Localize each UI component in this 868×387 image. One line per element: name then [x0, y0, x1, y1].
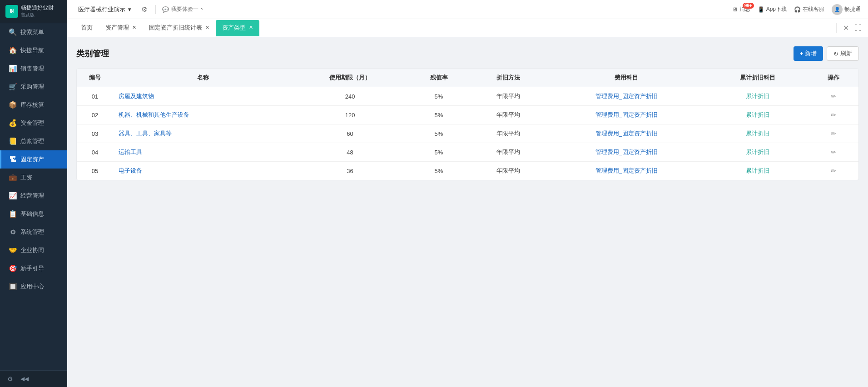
- download-icon: 📱: [758, 6, 764, 13]
- cell-accumulate-1: 累计折旧: [707, 106, 808, 124]
- tab-label-home: 首页: [81, 24, 93, 32]
- cell-method-1: 年限平均: [470, 106, 546, 124]
- sidebar-item-quick-nav[interactable]: 🏠 快捷导航: [0, 41, 67, 60]
- page-title: 类别管理: [76, 48, 109, 59]
- cell-expense-3: 管理费用_固定资产折旧: [546, 143, 707, 162]
- sidebar-item-fixed-asset[interactable]: 🏗 固定资产: [0, 150, 67, 169]
- edit-icon-2[interactable]: ✏: [831, 130, 836, 137]
- table-row: 01 房屋及建筑物 240 5% 年限平均 管理费用_固定资产折旧 累计折旧 ✏: [77, 87, 858, 106]
- sidebar-item-label-inventory: 库存核算: [20, 101, 44, 109]
- service-icon: 🎧: [794, 6, 801, 13]
- asset-type-table: 编号名称使用期限（月）残值率折旧方法费用科目累计折旧科目操作 01 房屋及建筑物…: [77, 69, 858, 180]
- sidebar-item-basic-info[interactable]: 📋 基础信息: [0, 205, 67, 223]
- page-actions: + 新增 ↻ 刷新: [794, 46, 859, 61]
- main-area: 医疗器械行业演示 ▾ ⚙ 💬 我要体验一下 🖥 消息 99+ 📱 App下载 🎧: [67, 0, 868, 387]
- sidebar-item-label-operation: 经营管理: [20, 192, 44, 200]
- topbar-divider: [155, 5, 156, 14]
- tab-home[interactable]: 首页: [74, 20, 99, 36]
- app-download-button[interactable]: 📱 App下载: [758, 5, 787, 13]
- sidebar-item-salary[interactable]: 💼 工资: [0, 169, 67, 187]
- message-button[interactable]: 🖥 消息 99+: [732, 5, 750, 13]
- tab-fixed-asset-depreciation[interactable]: 固定资产折旧统计表✕: [143, 20, 216, 36]
- tab-asset-management[interactable]: 资产管理✕: [99, 20, 143, 36]
- online-service-button[interactable]: 🎧 在线客服: [794, 5, 824, 13]
- cell-method-0: 年限平均: [470, 87, 546, 106]
- sidebar-item-system[interactable]: ⚙ 系统管理: [0, 223, 67, 241]
- edit-icon-1[interactable]: ✏: [831, 111, 836, 119]
- experience-button[interactable]: 💬 我要体验一下: [162, 5, 204, 13]
- cell-name-0: 房屋及建筑物: [113, 87, 293, 106]
- tab-close-asset-management[interactable]: ✕: [132, 25, 136, 30]
- cell-id-0: 01: [77, 87, 113, 106]
- system-icon: ⚙: [9, 228, 17, 236]
- sidebar-item-purchase[interactable]: 🛒 采购管理: [0, 78, 67, 96]
- cell-period-0: 240: [293, 87, 407, 106]
- sidebar: 财 畅捷通好业财 普及版 🔍 搜索菜单 🏠 快捷导航 📊 销售管理 🛒 采购管理…: [0, 0, 67, 387]
- sidebar-item-label-ledger: 总账管理: [20, 137, 44, 145]
- tab-label-asset-management: 资产管理: [105, 24, 129, 32]
- edit-icon-3[interactable]: ✏: [831, 149, 836, 156]
- new-button[interactable]: + 新增: [794, 46, 823, 61]
- settings-icon[interactable]: ⚙: [7, 375, 13, 382]
- cell-residual-3: 5%: [407, 143, 470, 162]
- app-selector[interactable]: 医疗器械行业演示 ▾: [74, 4, 135, 15]
- user-name-label: 畅捷通: [844, 5, 861, 13]
- table-row: 03 器具、工具、家具等 60 5% 年限平均 管理费用_固定资产折旧 累计折旧…: [77, 124, 858, 143]
- sidebar-item-label-system: 系统管理: [20, 228, 44, 236]
- purchase-icon: 🛒: [9, 83, 17, 91]
- sidebar-item-enterprise[interactable]: 🤝 企业协同: [0, 241, 67, 259]
- sidebar-item-app-center[interactable]: 🔲 应用中心: [0, 278, 67, 296]
- tab-asset-type[interactable]: 资产类型✕: [216, 20, 259, 36]
- sidebar-item-guide[interactable]: 🎯 新手引导: [0, 259, 67, 278]
- sidebar-item-label-enterprise: 企业协同: [20, 246, 44, 254]
- sidebar-item-inventory[interactable]: 📦 库存核算: [0, 96, 67, 114]
- topbar-right: 🖥 消息 99+ 📱 App下载 🎧 在线客服 👤 畅捷通: [732, 4, 861, 15]
- cell-id-4: 05: [77, 162, 113, 180]
- logo-title: 畅捷通好业财: [21, 5, 54, 12]
- sidebar-item-ledger[interactable]: 📒 总账管理: [0, 132, 67, 150]
- table-col-残值率: 残值率: [407, 69, 470, 87]
- enterprise-icon: 🤝: [9, 246, 17, 254]
- search-icon: 🔍: [9, 28, 17, 36]
- capital-icon: 💰: [9, 119, 17, 127]
- table-header-row: 编号名称使用期限（月）残值率折旧方法费用科目累计折旧科目操作: [77, 69, 858, 87]
- tab-close-asset-type[interactable]: ✕: [249, 25, 253, 30]
- tab-close-fixed-asset-depreciation[interactable]: ✕: [205, 25, 209, 30]
- edit-icon-4[interactable]: ✏: [831, 167, 836, 174]
- sidebar-item-label-salary: 工资: [20, 174, 32, 182]
- sidebar-item-sales[interactable]: 📊 销售管理: [0, 60, 67, 78]
- maximize-window-icon[interactable]: ⛶: [853, 23, 863, 33]
- ledger-icon: 📒: [9, 137, 17, 145]
- window-controls: ✕ ⛶: [836, 23, 868, 33]
- collapse-icon[interactable]: ◀◀: [20, 376, 29, 382]
- experience-chat-icon: 💬: [162, 6, 169, 13]
- topbar: 医疗器械行业演示 ▾ ⚙ 💬 我要体验一下 🖥 消息 99+ 📱 App下载 🎧: [67, 0, 868, 19]
- sidebar-nav: 🔍 搜索菜单 🏠 快捷导航 📊 销售管理 🛒 采购管理 📦 库存核算 💰 资金管…: [0, 23, 67, 370]
- cell-residual-1: 5%: [407, 106, 470, 124]
- sidebar-item-capital[interactable]: 💰 资金管理: [0, 114, 67, 132]
- cell-id-2: 03: [77, 124, 113, 143]
- avatar: 👤: [832, 4, 843, 15]
- user-menu[interactable]: 👤 畅捷通: [832, 4, 861, 15]
- table-col-编号: 编号: [77, 69, 113, 87]
- message-badge: 99+: [743, 3, 754, 9]
- refresh-button[interactable]: ↻ 刷新: [827, 46, 859, 61]
- cell-action-2: ✏: [808, 124, 858, 143]
- edit-icon-0[interactable]: ✏: [831, 93, 836, 100]
- cell-expense-1: 管理费用_固定资产折旧: [546, 106, 707, 124]
- sidebar-item-search[interactable]: 🔍 搜索菜单: [0, 23, 67, 41]
- sidebar-item-operation[interactable]: 📈 经营管理: [0, 187, 67, 205]
- basic-info-icon: 📋: [9, 210, 17, 218]
- tab-label-asset-type: 资产类型: [222, 24, 246, 32]
- app-center-icon: 🔲: [9, 283, 17, 291]
- operation-icon: 📈: [9, 192, 17, 200]
- logo-icon: 财: [5, 5, 18, 18]
- cell-id-3: 04: [77, 143, 113, 162]
- cell-name-3: 运输工具: [113, 143, 293, 162]
- topbar-gear-icon[interactable]: ⚙: [139, 4, 149, 15]
- sidebar-item-label-search: 搜索菜单: [20, 28, 44, 36]
- sidebar-bottom: ⚙ ◀◀: [0, 370, 67, 387]
- table-col-费用科目: 费用科目: [546, 69, 707, 87]
- cell-name-4: 电子设备: [113, 162, 293, 180]
- close-window-icon[interactable]: ✕: [841, 23, 851, 33]
